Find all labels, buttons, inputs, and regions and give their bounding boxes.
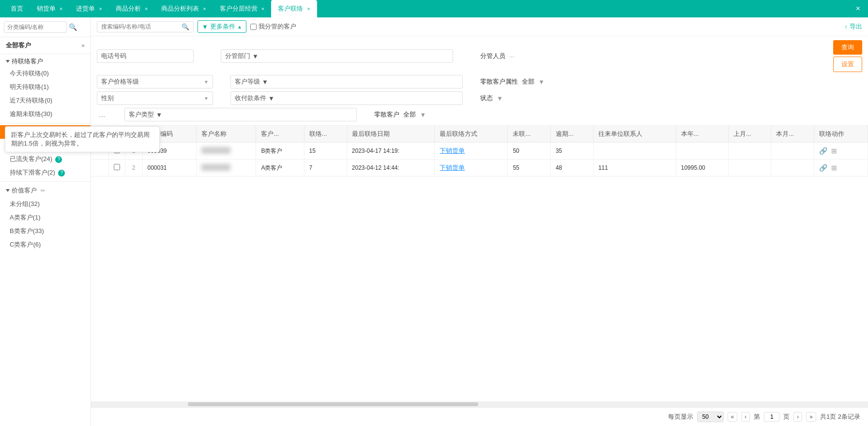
phone-field[interactable]: 电话号码: [97, 49, 194, 63]
payment-arrow: ▼: [268, 95, 274, 102]
sidebar-pending-group[interactable]: 待联络客户: [0, 54, 91, 67]
filter-search-input[interactable]: [101, 23, 180, 30]
horizontal-scrollbar[interactable]: [91, 401, 868, 407]
sidebar-search-icon[interactable]: 🔍: [69, 23, 77, 31]
cell-name-1: [196, 160, 256, 176]
sidebar-7day-pending[interactable]: 近7天待联络(0): [0, 94, 91, 107]
sidebar-collapse-icon[interactable]: »: [81, 42, 85, 49]
cell-action-0: 🔗 ⊞: [814, 143, 868, 160]
adv-filter-row-2: 客户价格等级 ▼ 客户等级 ▼ 零散客户属性 全部 ▼: [97, 75, 862, 88]
my-customer-checkbox-label[interactable]: 我分管的客户: [250, 22, 296, 31]
nav-product-analysis[interactable]: 商品分析 ×: [109, 0, 154, 17]
sidebar-declining[interactable]: 持续下滑客户(2) ?: [0, 166, 91, 179]
sidebar-value-edit-icon[interactable]: ✏: [41, 188, 45, 194]
filter-search-box[interactable]: 🔍: [97, 21, 194, 32]
first-page-btn[interactable]: «: [728, 412, 738, 422]
content-area: 🔍 ▼ 更多条件 ▲ 我分管的客户 ↑ 导出 电话号码: [91, 17, 868, 426]
cell-num-1: 2: [125, 160, 142, 176]
cell-this-year-1: 10995.00: [676, 160, 728, 176]
sidebar-value-group: 价值客户 ✏: [0, 184, 91, 197]
price-level-field[interactable]: 客户价格等级 ▼: [97, 75, 213, 88]
col-this-year: 本年...: [676, 126, 728, 143]
cell-not-contacted-0: 50: [508, 143, 550, 160]
nav-home[interactable]: 首页: [4, 0, 30, 17]
action-grid-icon-1[interactable]: ⊞: [831, 164, 837, 172]
sidebar-overdue-pending[interactable]: 逾期未联络(30): [0, 107, 91, 121]
gender-arrow: ▼: [204, 96, 209, 101]
query-settings-actions: 查询 设置: [833, 40, 862, 72]
query-button[interactable]: 查询: [833, 40, 862, 55]
cell-last-way-0[interactable]: 下销货单: [435, 143, 508, 160]
scrollbar-thumb[interactable]: [188, 402, 478, 406]
sidebar-b-customers[interactable]: B类客户(33): [0, 224, 91, 238]
nav-close-customer-contact[interactable]: ×: [307, 0, 310, 17]
status-arrow[interactable]: ▼: [497, 95, 503, 102]
page-input[interactable]: [764, 412, 779, 422]
nav-close-purchase[interactable]: ×: [99, 0, 102, 17]
cell-last-way-1[interactable]: 下销货单: [435, 160, 508, 176]
nav-purchase[interactable]: 进货单 ×: [69, 0, 108, 17]
payment-field[interactable]: 收付款条件 ▼: [230, 91, 463, 105]
sidebar-a-customers[interactable]: A类客户(1): [0, 211, 91, 224]
cell-checkbox-1[interactable]: [108, 160, 125, 176]
customer-type-field[interactable]: 客户类型 ▼: [124, 108, 357, 121]
cell-last-month-1: [729, 160, 771, 176]
sidebar-tomorrow-pending[interactable]: 明天待联络(1): [0, 80, 91, 94]
retail-attr-arrow[interactable]: ▼: [538, 78, 545, 86]
sidebar-ungrouped[interactable]: 未分组(32): [0, 197, 91, 211]
filter-search-icon[interactable]: 🔍: [182, 23, 189, 30]
dept-field[interactable]: 分管部门 ▼: [221, 49, 453, 63]
nav-sales[interactable]: 销货单 ×: [30, 0, 69, 17]
window-close-button[interactable]: ×: [856, 4, 860, 13]
retail-customer-arrow[interactable]: ▼: [420, 111, 426, 118]
customer-level-field[interactable]: 客户等级 ▼: [230, 75, 463, 88]
nav-close-customer-tier[interactable]: ×: [261, 0, 264, 17]
nav-customer-contact[interactable]: 客户联络 ×: [271, 0, 317, 17]
per-page-select[interactable]: 50 100 200: [697, 411, 724, 422]
cell-gear-1: [91, 160, 108, 176]
last-page-btn[interactable]: »: [806, 412, 816, 422]
action-grid-icon-0[interactable]: ⊞: [831, 147, 837, 155]
export-button[interactable]: ↑ 导出: [845, 22, 863, 31]
action-link-icon-1[interactable]: 🔗: [819, 164, 827, 172]
per-page-label: 每页显示: [668, 412, 693, 421]
cell-last-month-0: [729, 143, 771, 160]
sidebar-today-pending[interactable]: 今天待联络(0): [0, 67, 91, 80]
adv-filter-panel: 电话号码 分管部门 ▼ 分管人员 ··· 查询 设置: [91, 36, 868, 126]
prev-page-btn[interactable]: ‹: [741, 412, 750, 422]
col-action: 联络动作: [814, 126, 868, 143]
nav-product-list[interactable]: 商品分析列表 ×: [154, 0, 213, 17]
action-link-icon-0[interactable]: 🔗: [819, 147, 827, 155]
sidebar-c-customers[interactable]: C类客户(6): [0, 238, 91, 251]
info-icon-lost2[interactable]: ?: [55, 156, 62, 163]
cell-category-1: A类客户: [256, 160, 304, 176]
gender-field[interactable]: 性别 ▼: [97, 91, 213, 105]
manager-field[interactable]: 分管人员 ···: [480, 52, 519, 60]
filter-ellipsis[interactable]: ...: [97, 110, 107, 119]
chevron-down-icon: ▲: [237, 24, 242, 29]
info-icon-declining[interactable]: ?: [58, 170, 65, 176]
price-level-arrow: ▼: [204, 79, 209, 85]
next-page-btn[interactable]: ›: [793, 412, 802, 422]
nav-close-sales[interactable]: ×: [60, 0, 62, 17]
settings-button[interactable]: 设置: [833, 57, 862, 72]
manager-ellipsis[interactable]: ···: [509, 53, 515, 60]
adv-filter-row-4: ... 客户类型 ▼ 零散客户 全部 ▼: [97, 108, 862, 121]
sidebar-all-label: 全部客户: [6, 41, 31, 50]
sidebar-search-input[interactable]: [4, 21, 67, 33]
col-category: 客户...: [256, 126, 304, 143]
my-customer-checkbox[interactable]: [250, 24, 257, 30]
filter-icon: ▼: [202, 23, 208, 30]
nav-customer-tier[interactable]: 客户分层经营 ×: [213, 0, 271, 17]
col-this-month: 本月...: [771, 126, 814, 143]
filter-more-button[interactable]: ▼ 更多条件 ▲: [198, 20, 246, 33]
nav-close-product-list[interactable]: ×: [203, 0, 206, 17]
sidebar-all-customers[interactable]: 全部客户 »: [0, 37, 91, 54]
filter-bar: 🔍 ▼ 更多条件 ▲ 我分管的客户 ↑ 导出: [91, 17, 868, 36]
sidebar-lost[interactable]: 已流失客户(24) ?: [0, 152, 91, 166]
col-last-contact-way: 最后联络方式: [435, 126, 508, 143]
cell-code-1: 000031: [142, 160, 196, 176]
cell-unit-contact-1: 111: [593, 160, 676, 176]
nav-close-product-analysis[interactable]: ×: [145, 0, 148, 17]
cell-last-date-0: 2023-04-17 14:19:: [347, 143, 435, 160]
